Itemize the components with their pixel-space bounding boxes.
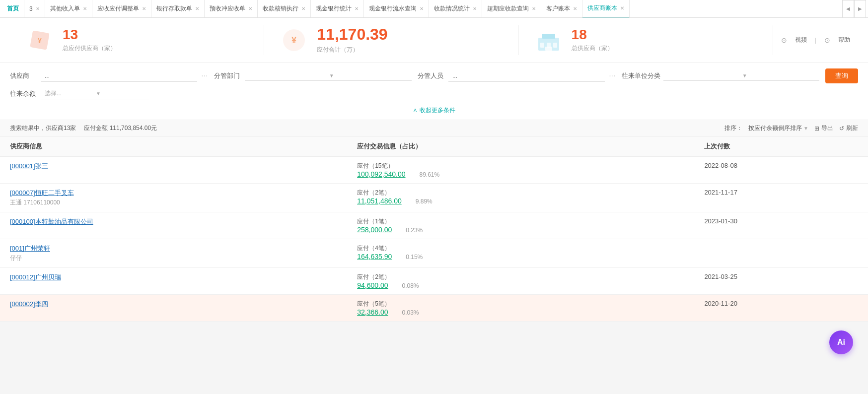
table-row: [000100]本特勤油品有限公司应付（1笔）258,000.000.23%20…: [0, 212, 868, 239]
close-supplier-book[interactable]: ✕: [620, 5, 624, 11]
circle-icon: ⊙: [781, 36, 787, 44]
category-filter-label: 往来单位分类: [622, 71, 660, 80]
svg-rect-8: [553, 43, 557, 48]
payable-suppliers-number: 13: [63, 27, 116, 43]
nav-tab-ar-ap-adjust[interactable]: 应收应付调整单 ✕: [92, 0, 151, 18]
category-filter-select[interactable]: ▼: [663, 71, 820, 81]
tx-amount[interactable]: 100,092,540.00: [357, 170, 405, 178]
col-header-tx: 应付交易信息（占比）: [347, 137, 694, 156]
tx-amount[interactable]: 32,366.00: [357, 308, 388, 316]
payable-suppliers-icon: ¥: [25, 25, 55, 55]
supplier-link[interactable]: [000012]广州贝瑞: [10, 273, 61, 281]
close-bank-deposit[interactable]: ✕: [195, 6, 199, 11]
nav-tab-cash-flow-label: 现金银行流水查询: [369, 4, 417, 13]
person-filter-dots[interactable]: ···: [609, 71, 615, 80]
tx-amount[interactable]: 258,000.00: [357, 226, 392, 234]
help-link[interactable]: 帮助: [838, 36, 850, 44]
nav-tab-receipt-stat[interactable]: 收款情况统计 ✕: [429, 0, 482, 18]
close-customer-book[interactable]: ✕: [573, 6, 577, 11]
export-label: 导出: [821, 124, 833, 132]
filter-area: 供应商 ··· 分管部门 ▼ 分管人员 ··· 往来单位分类 ▼ 查询: [0, 63, 868, 120]
filter-item-supplier: 供应商 ···: [10, 70, 208, 82]
nav-tab-customer-book[interactable]: 客户账本 ✕: [541, 0, 582, 18]
close-tab-3[interactable]: ✕: [36, 6, 40, 11]
nav-tab-bank-deposit[interactable]: 银行存取款单 ✕: [151, 0, 205, 18]
summary-card-total-suppliers: 18 总供应商（家）: [519, 25, 773, 55]
close-overdue-ar[interactable]: ✕: [532, 6, 536, 11]
balance-select-value: 选择...: [45, 89, 94, 98]
filter-item-person: 分管人员 ···: [418, 70, 616, 82]
tx-percent: 0.03%: [402, 309, 419, 316]
close-prepay-ar[interactable]: ✕: [248, 6, 252, 11]
dept-filter-select[interactable]: ▼: [245, 71, 412, 81]
filter-item-balance: 往来余额 选择... ▼: [10, 87, 149, 100]
nav-tab-cash-stat-label: 现金银行统计: [316, 4, 352, 13]
nav-tab-3[interactable]: 3 ✕: [24, 0, 45, 18]
nav-tab-supplier-book-label: 供应商账本: [587, 4, 617, 12]
result-bar-right: 排序： 按应付余额倒序排序 ▼ ⊞ 导出 ↺ 刷新: [724, 124, 858, 132]
close-receipt-verify[interactable]: ✕: [301, 6, 305, 11]
nav-tab-home[interactable]: 首页: [2, 0, 24, 18]
supplier-link[interactable]: [000007]恒旺二手叉车: [10, 189, 74, 197]
nav-tab-receipt-verify-label: 收款核销执行: [263, 4, 298, 13]
supplier-link[interactable]: [000100]本特勤油品有限公司: [10, 218, 93, 225]
tx-amount[interactable]: 11,051,486.00: [357, 197, 402, 205]
nav-tab-receipt-verify[interactable]: 收款核销执行 ✕: [258, 0, 311, 18]
total-suppliers-icon: [534, 25, 564, 55]
query-button[interactable]: 查询: [825, 68, 858, 83]
supplier-link[interactable]: [000001]张三: [10, 162, 48, 170]
close-ar-ap-adjust[interactable]: ✕: [142, 6, 146, 11]
nav-tab-other-income[interactable]: 其他收入单 ✕: [45, 0, 92, 18]
nav-arrow-right[interactable]: ▶: [854, 0, 866, 18]
nav-tab-overdue-label: 超期应收款查询: [487, 4, 529, 13]
nav-tab-overdue-ar[interactable]: 超期应收款查询 ✕: [482, 0, 541, 18]
export-icon: ⊞: [814, 125, 819, 132]
tx-info-cell: 应付（2笔）94,600.000.08%: [347, 268, 694, 295]
balance-filter-select[interactable]: 选择... ▼: [41, 87, 149, 100]
chevron-up-icon: ∧: [413, 107, 418, 114]
col-header-last-pay: 上次付数: [694, 137, 868, 156]
refresh-button[interactable]: ↺ 刷新: [839, 124, 858, 132]
sort-value[interactable]: 按应付余额倒序排序 ▼: [748, 124, 808, 132]
result-summary-text: 搜索结果中，供应商13家: [10, 124, 76, 132]
nav-tab-cash-bank-flow[interactable]: 现金银行流水查询 ✕: [364, 0, 429, 18]
last-pay-cell: 2022-08-08: [694, 156, 868, 184]
collapse-bar[interactable]: ∧ 收起更多条件: [10, 104, 858, 116]
table-row: [000007]恒旺二手叉车王通 17106110000应付（2笔）11,051…: [0, 184, 868, 212]
close-other-income[interactable]: ✕: [83, 6, 87, 11]
question-icon: ⊙: [824, 36, 830, 44]
filter-row-2: 往来余额 选择... ▼: [10, 87, 858, 100]
table-row: [001]广州荣轩仔仔应付（4笔）164,635.900.15%: [0, 239, 868, 268]
nav-arrow-left[interactable]: ◀: [842, 0, 854, 18]
balance-filter-label: 往来余额: [10, 89, 38, 98]
supplier-table: 供应商信息 应付交易信息（占比） 上次付数 [000001]张三应付（15笔）1…: [0, 137, 868, 322]
supplier-filter-dots[interactable]: ···: [201, 71, 208, 80]
nav-tab-supplier-book[interactable]: 供应商账本 ✕: [582, 0, 630, 18]
svg-text:¥: ¥: [38, 37, 42, 45]
tx-label: 应付（2笔）: [357, 189, 684, 197]
nav-tab-prepay-ar[interactable]: 预收冲应收单 ✕: [205, 0, 258, 18]
close-receipt-stat[interactable]: ✕: [473, 6, 477, 11]
supplier-filter-label: 供应商: [10, 71, 38, 80]
export-button[interactable]: ⊞ 导出: [814, 124, 833, 132]
nav-tab-ar-ap-label: 应收应付调整单: [97, 4, 139, 13]
tx-label: 应付（5笔）: [357, 300, 684, 308]
supplier-link[interactable]: [001]广州荣轩: [10, 245, 50, 252]
last-pay-cell: [694, 239, 868, 268]
nav-tab-bank-label: 银行存取款单: [156, 4, 192, 13]
supplier-filter-input[interactable]: [41, 70, 197, 82]
nav-tab-cash-bank-stat[interactable]: 现金银行统计 ✕: [311, 0, 364, 18]
svg-rect-9: [545, 47, 552, 51]
last-pay-cell: 2023-01-30: [694, 212, 868, 239]
supplier-link[interactable]: [000002]李四: [10, 300, 48, 308]
tx-amount[interactable]: 94,600.00: [357, 281, 388, 289]
close-cash-bank-flow[interactable]: ✕: [420, 6, 424, 11]
table-header-row: 供应商信息 应付交易信息（占比） 上次付数: [0, 137, 868, 156]
summary-content-amount: 11,170.39 应付合计（万）: [317, 26, 387, 54]
close-cash-bank-stat[interactable]: ✕: [355, 6, 359, 11]
person-filter-input[interactable]: [448, 70, 605, 82]
video-link[interactable]: 视频: [795, 36, 807, 44]
top-navigation: 首页 3 ✕ 其他收入单 ✕ 应收应付调整单 ✕ 银行存取款单 ✕ 预收冲应收单…: [0, 0, 868, 18]
tx-amount[interactable]: 164,635.90: [357, 253, 392, 261]
tx-info-cell: 应付（15笔）100,092,540.0089.61%: [347, 156, 694, 184]
